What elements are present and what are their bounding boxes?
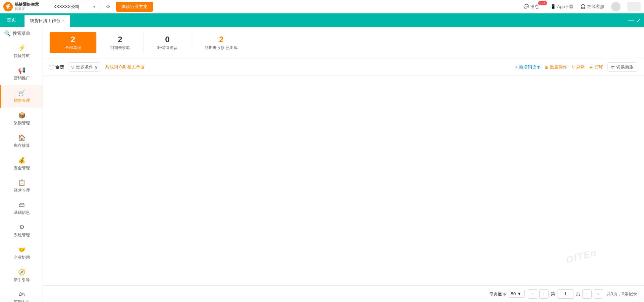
- stat-label-overdue: 到期未收款: [110, 45, 130, 51]
- service-icon: 🎧: [580, 4, 586, 9]
- filter-button[interactable]: ▽ 更多条件 ∨: [68, 62, 101, 72]
- sidebar-label-finance: 资金管理: [14, 165, 30, 171]
- settings-button[interactable]: ⚙: [103, 1, 113, 12]
- print-icon: 🖨: [589, 65, 593, 70]
- sidebar-label-marketing: 营销推广: [14, 75, 30, 81]
- batch-operation-button[interactable]: ⊞ 批量操作: [545, 64, 567, 70]
- message-button[interactable]: 💬 消息 99+: [524, 4, 544, 10]
- sidebar-label-quick-nav: 快捷导航: [14, 53, 30, 59]
- app-download-button[interactable]: 📱 App下载: [550, 4, 574, 10]
- stats-bar: 2 全部单据 2 到期未收款 0 旺铺待确认 2 到期未收款 已出库: [43, 27, 644, 59]
- sidebar: 🔍 搜索菜单 ⚡ 快捷导航 📢 营销推广 🛒 销售管理 📦 采购管理 🏠 库存核…: [0, 27, 43, 302]
- sidebar-item-inventory[interactable]: 🏠 库存核算: [0, 130, 43, 153]
- stat-card-shipped[interactable]: 2 到期未收款 已出库: [191, 32, 251, 53]
- sidebar-item-finance[interactable]: 💰 资金管理: [0, 153, 43, 175]
- switch-icon: ⇄: [611, 65, 615, 70]
- app-title: 畅捷通好生意: [15, 2, 39, 7]
- sidebar-label-app-center: 应用中心: [14, 299, 30, 302]
- sidebar-label-system: 系统管理: [14, 232, 30, 238]
- sales-icon: 🛒: [18, 89, 25, 97]
- print-label: 打印: [595, 64, 603, 70]
- tab-workbench[interactable]: 钱货日清工作台 ×: [24, 15, 70, 27]
- sidebar-search[interactable]: 🔍 搜索菜单: [0, 27, 43, 40]
- sidebar-item-quick-nav[interactable]: ⚡ 快捷导航: [0, 40, 43, 63]
- try-button[interactable]: 体验行业方案: [116, 2, 153, 12]
- add-icon: +: [515, 65, 518, 70]
- refresh-button[interactable]: ↻ 刷新: [571, 64, 585, 70]
- stat-number-shipped: 2: [219, 35, 223, 44]
- print-button[interactable]: 🖨 打印: [589, 64, 603, 70]
- quick-nav-icon: ⚡: [18, 44, 25, 52]
- main-layout: 🔍 搜索菜单 ⚡ 快捷导航 📢 营销推广 🛒 销售管理 📦 采购管理 🏠 库存核…: [0, 27, 644, 302]
- last-page-button[interactable]: »: [594, 289, 603, 299]
- user-name-area[interactable]: [627, 2, 641, 11]
- sidebar-label-purchase: 采购管理: [14, 120, 30, 126]
- stat-number-all: 2: [71, 35, 75, 44]
- stat-card-overdue[interactable]: 2 到期未收款: [97, 32, 144, 53]
- sidebar-item-guide[interactable]: 🧭 新手引导: [0, 264, 43, 287]
- sidebar-item-enterprise[interactable]: 🤝 企业协同: [0, 242, 43, 264]
- tab-bar: 首页 钱货日清工作台 × — ⤢: [0, 13, 644, 27]
- select-all-checkbox[interactable]: 全选: [50, 64, 64, 70]
- stat-number-overdue: 2: [118, 35, 122, 44]
- select-all-label: 全选: [55, 64, 64, 70]
- found-count: 0条: [119, 64, 126, 69]
- operation-icon: 📋: [18, 179, 25, 186]
- sidebar-label-enterprise: 企业协同: [14, 255, 30, 260]
- company-selector[interactable]: XXXXXX公司 ▼: [50, 2, 100, 11]
- sidebar-item-purchase[interactable]: 📦 采购管理: [0, 108, 43, 130]
- finance-icon: 💰: [18, 157, 25, 164]
- page-number-input[interactable]: [557, 289, 574, 299]
- app-icon: 📱: [550, 4, 556, 9]
- sidebar-label-basic-info: 基础信息: [14, 210, 30, 216]
- logo-text: 畅捷通好生意 标准版: [15, 2, 39, 11]
- page-size-selector: 每页显示 50 ▼: [489, 290, 524, 298]
- prev-page-button[interactable]: ‹: [539, 289, 549, 299]
- message-label: 消息: [530, 4, 539, 10]
- sidebar-label-operation: 经营管理: [14, 188, 30, 193]
- stat-label-shipped: 到期未收款 已出库: [205, 45, 238, 51]
- sidebar-item-operation[interactable]: 📋 经营管理: [0, 175, 43, 197]
- add-label: 新增销货单: [519, 64, 541, 70]
- next-page-button[interactable]: ›: [582, 289, 592, 299]
- guide-icon: 🧭: [18, 268, 25, 276]
- company-name: XXXXXX公司: [53, 4, 91, 10]
- batch-icon: ⊞: [545, 65, 548, 70]
- search-icon: 🔍: [4, 30, 11, 37]
- switch-version-button[interactable]: ⇄ 切换新版: [607, 62, 637, 72]
- minimize-icon[interactable]: —: [628, 17, 634, 23]
- stat-card-confirm[interactable]: 0 旺铺待确认: [144, 32, 191, 53]
- inventory-icon: 🏠: [18, 134, 25, 141]
- toolbar-right: + 新增销货单 ⊞ 批量操作 ↻ 刷新 🖨 打印 ⇄ 切换新版: [515, 62, 637, 72]
- sidebar-item-app-center[interactable]: 🛍 应用中心: [0, 287, 43, 302]
- sidebar-item-marketing[interactable]: 📢 营销推广: [0, 63, 43, 85]
- page-label: 第: [551, 291, 555, 297]
- toolbar-left: 全选 ▽ 更多条件 ∨ 共找到 0条 相关单据: [50, 62, 511, 72]
- header-right: 💬 消息 99+ 📱 App下载 🎧 在线客服: [524, 2, 641, 11]
- maximize-icon[interactable]: ⤢: [636, 17, 641, 23]
- filter-icon: ▽: [71, 65, 74, 70]
- message-badge: 99+: [538, 1, 547, 5]
- table-area: [43, 75, 644, 285]
- avatar[interactable]: [611, 2, 621, 11]
- app-subtitle: 标准版: [15, 7, 39, 11]
- page-size-dropdown[interactable]: 50 ▼: [508, 290, 524, 298]
- sidebar-item-sales[interactable]: 🛒 销售管理: [0, 85, 43, 108]
- tab-label: 钱货日清工作台: [30, 18, 60, 24]
- page-navigation: « ‹ 第 页 › »: [528, 289, 603, 299]
- online-service-button[interactable]: 🎧 在线客服: [580, 4, 604, 10]
- stat-label-all: 全部单据: [65, 45, 81, 51]
- first-page-button[interactable]: «: [528, 289, 537, 299]
- tab-home[interactable]: 首页: [0, 13, 23, 27]
- batch-label: 批量操作: [550, 64, 567, 70]
- filter-label: 更多条件: [76, 64, 93, 70]
- sidebar-item-basic-info[interactable]: 🗃 基础信息: [0, 197, 43, 220]
- add-sales-button[interactable]: + 新增销货单: [515, 64, 541, 70]
- enterprise-icon: 🤝: [18, 246, 25, 253]
- total-info: 共0页，0条记录: [606, 291, 637, 297]
- close-tab-icon[interactable]: ×: [62, 18, 65, 23]
- sidebar-item-system[interactable]: ⚙ 系统管理: [0, 220, 43, 242]
- switch-label: 切换新版: [616, 64, 634, 70]
- select-all-input[interactable]: [50, 65, 54, 69]
- stat-card-all[interactable]: 2 全部单据: [50, 32, 97, 53]
